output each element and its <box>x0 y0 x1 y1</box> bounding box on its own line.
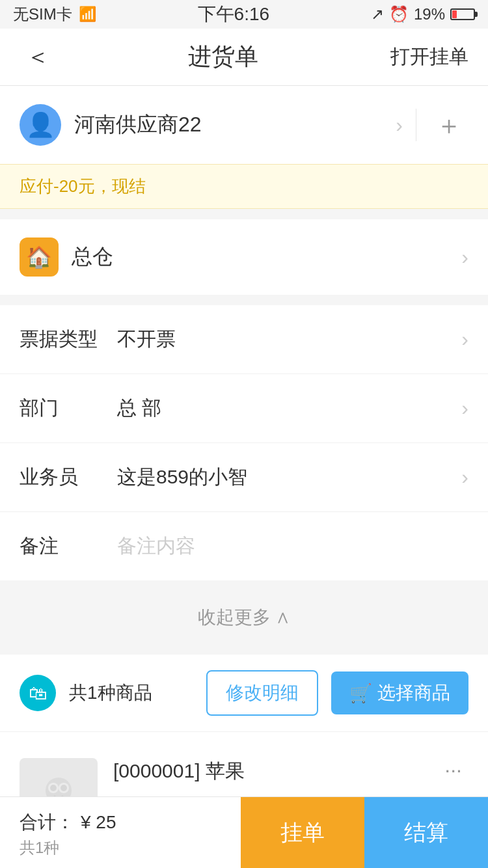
battery-fill <box>452 10 457 18</box>
avatar-icon: 👤 <box>26 111 55 139</box>
collapse-bar[interactable]: 收起更多 ∧ <box>0 591 488 644</box>
form-section: 票据类型 不开票 › 部门 总 部 › 业务员 这是859的小智 › 备注 备注… <box>0 305 488 580</box>
bottom-bar: 合计： ¥ 25 共1种 挂单 结算 <box>0 796 488 868</box>
select-product-button[interactable]: 🛒 选择商品 <box>331 671 468 714</box>
total-section: 合计： ¥ 25 共1种 <box>0 807 241 858</box>
select-product-label: 选择商品 <box>377 681 450 705</box>
alarm-icon: ⏰ <box>389 5 409 23</box>
invoice-label: 票据类型 <box>20 326 104 353</box>
product-code: [0000001] 苹果 <box>113 760 245 781</box>
status-bar: 无SIM卡 📶 下午6:16 ↗ ⏰ 19% <box>0 0 488 29</box>
edit-detail-button[interactable]: 修改明细 <box>206 670 318 716</box>
dept-value: 总 部 <box>104 395 461 422</box>
sales-row[interactable]: 业务员 这是859的小智 › <box>0 443 488 512</box>
supplier-name: 河南供应商22 <box>74 111 396 139</box>
remark-placeholder: 备注内容 <box>104 533 468 560</box>
location-icon: ↗ <box>371 5 384 23</box>
sales-label: 业务员 <box>20 464 104 491</box>
page-title: 进货单 <box>188 41 258 73</box>
invoice-chevron-icon: › <box>461 327 468 351</box>
total-amount: 合计： ¥ 25 <box>20 807 221 835</box>
wifi-icon: 📶 <box>79 6 96 23</box>
dept-row[interactable]: 部门 总 部 › <box>0 374 488 443</box>
total-label: 合计： <box>20 812 74 832</box>
warehouse-icon: 🏠 <box>20 237 59 277</box>
supplier-section: 👤 河南供应商22 › ＋ 应付-20元，现结 <box>0 86 488 209</box>
content-area: 👤 河南供应商22 › ＋ 应付-20元，现结 🏠 总仓 › 票据类型 不开票 … <box>0 86 488 868</box>
supplier-chevron-icon: › <box>396 113 403 137</box>
select-product-icon: 🛒 <box>349 683 372 704</box>
svg-point-3 <box>50 785 57 791</box>
supplier-row[interactable]: 👤 河南供应商22 › ＋ <box>0 86 488 164</box>
hang-button[interactable]: 挂单 <box>241 797 364 869</box>
product-menu-button[interactable]: ··· <box>438 758 468 782</box>
warehouse-chevron-icon: › <box>461 245 468 269</box>
collapse-label: 收起更多 ∧ <box>198 607 291 627</box>
status-indicators: ↗ ⏰ 19% <box>371 5 475 23</box>
total-value: ¥ 25 <box>81 812 116 832</box>
product-icon: 🛍 <box>20 675 56 711</box>
status-time: 下午6:16 <box>198 2 270 27</box>
add-button[interactable]: ＋ <box>429 107 468 143</box>
invoice-row[interactable]: 票据类型 不开票 › <box>0 305 488 374</box>
remark-row[interactable]: 备注 备注内容 <box>0 512 488 580</box>
invoice-value: 不开票 <box>104 326 461 353</box>
supplier-avatar: 👤 <box>20 104 61 146</box>
back-button[interactable]: ＜ <box>20 34 56 79</box>
product-header: 🛍 共1种商品 修改明细 🛒 选择商品 <box>0 655 488 732</box>
battery-percent: 19% <box>414 5 445 23</box>
nav-bar: ＜ 进货单 打开挂单 <box>0 29 488 86</box>
settle-button[interactable]: 结算 <box>364 797 488 869</box>
product-count: 共1种商品 <box>69 681 193 705</box>
warehouse-row[interactable]: 🏠 总仓 › <box>0 219 488 295</box>
carrier-text: 无SIM卡 <box>13 4 72 25</box>
dept-chevron-icon: › <box>461 396 468 420</box>
sales-value: 这是859的小智 <box>104 464 461 491</box>
warehouse-section: 🏠 总仓 › <box>0 219 488 295</box>
sales-chevron-icon: › <box>461 465 468 489</box>
total-count: 共1种 <box>20 837 221 858</box>
remark-label: 备注 <box>20 533 104 560</box>
dept-label: 部门 <box>20 395 104 422</box>
open-hang-button[interactable]: 打开挂单 <box>390 44 468 70</box>
vertical-divider <box>416 109 416 141</box>
svg-point-4 <box>61 785 67 791</box>
supplier-info-bar: 应付-20元，现结 <box>0 164 488 209</box>
battery-icon <box>450 8 475 20</box>
warehouse-name: 总仓 <box>72 243 461 271</box>
status-carrier: 无SIM卡 📶 <box>13 4 96 25</box>
product-name: [0000001] 苹果 <box>113 758 422 785</box>
